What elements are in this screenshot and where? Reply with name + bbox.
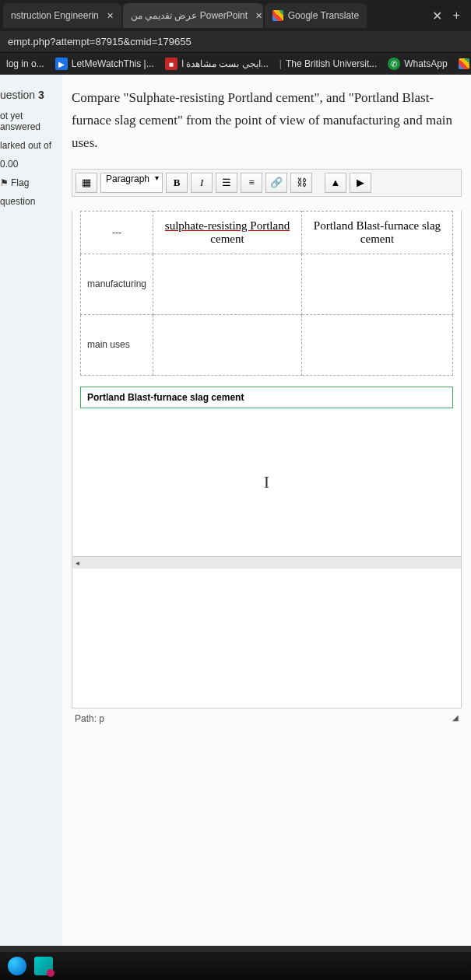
comparison-table[interactable]: --- sulphate-resisting Portlandcement Po… (80, 211, 453, 376)
taskbar (0, 952, 471, 980)
question-sidebar: uestion 3 ot yet answered larked out of … (0, 75, 62, 946)
site-icon: ■ (165, 58, 178, 70)
status-score: 0.00 (0, 159, 58, 170)
google-translate-icon (272, 10, 283, 21)
answer-cell-text[interactable]: Portland Blast-furnace slag cement (80, 387, 453, 408)
table-header-col2: Portland Blast-furnace slagcement (301, 211, 452, 254)
bookmarks-bar: log in o... ▶ LetMeWatchThis |... ■ ايجي… (0, 53, 471, 75)
editor-body[interactable]: --- sulphate-resisting Portlandcement Po… (72, 211, 462, 709)
bookmark-british[interactable]: | The British Universit... (279, 58, 378, 69)
resize-icon[interactable]: ◢ (452, 713, 459, 724)
bookmark-login[interactable]: log in o... (6, 58, 44, 69)
bookmark-label: log in o... (6, 58, 44, 69)
flag-label: Flag (11, 177, 29, 188)
status-not-answered: ot yet answered (0, 110, 58, 132)
horizontal-scrollbar[interactable]: ◂ (72, 556, 461, 569)
flag-question-link[interactable]: ⚑ Flag (0, 177, 58, 188)
tab-construction[interactable]: nstruction Engineerin ✕ (3, 3, 121, 28)
bold-button[interactable]: B (166, 173, 188, 193)
row-manufacturing: manufacturing (81, 254, 153, 314)
url-text: empt.php?attempt=87915&cmid=179655 (8, 36, 192, 47)
window-close-icon[interactable]: ✕ (432, 9, 442, 23)
address-bar[interactable]: empt.php?attempt=87915&cmid=179655 (0, 31, 471, 53)
table-header-col1: sulphate-resisting Portlandcement (153, 211, 302, 254)
whatsapp-icon: ✆ (388, 58, 400, 70)
table-corner: --- (81, 211, 153, 254)
tab-label: عرض تقديمي من PowerPoint (131, 10, 248, 21)
italic-button[interactable]: I (191, 173, 213, 193)
path-text: Path: p (75, 713, 104, 724)
table-row: manufacturing (81, 254, 453, 314)
google-translate-icon (459, 58, 469, 69)
flag-icon: ⚑ (0, 177, 9, 188)
bookmark-label: WhatsApp (404, 58, 447, 69)
status-marked: larked out of (0, 140, 58, 151)
pipe-icon: | (279, 58, 282, 69)
bookmark-google-translate[interactable]: Google Tr (459, 58, 471, 69)
browser-icon[interactable] (8, 957, 26, 975)
close-icon[interactable]: ✕ (255, 11, 262, 21)
paragraph-select[interactable]: Paragraph (100, 173, 163, 193)
bullet-list-button[interactable]: ☰ (216, 173, 237, 193)
text-cursor-icon: I (264, 472, 269, 492)
media-button[interactable]: ▶ (350, 173, 371, 193)
question-text: Compare "Sulphate-resisting Portland cem… (72, 87, 462, 155)
bookmark-label: LetMeWatchThis |... (72, 58, 154, 69)
toggle-toolbar-button[interactable]: ▦ (76, 173, 97, 193)
table-cell[interactable] (301, 254, 452, 314)
tab-label: nstruction Engineerin (11, 10, 99, 21)
table-cell[interactable] (153, 254, 302, 314)
question-content: Compare "Sulphate-resisting Portland cem… (62, 75, 471, 946)
editor-path: Path: p ◢ (72, 709, 462, 726)
number-list-button[interactable]: ≡ (241, 173, 262, 193)
bookmark-egybest[interactable]: ■ ايجي بست مشاهدة ا... (165, 58, 269, 70)
scroll-left-icon[interactable]: ◂ (76, 558, 79, 567)
tab-label: Google Translate (288, 10, 359, 21)
question-number: uestion 3 (0, 89, 58, 101)
tab-translate[interactable]: Google Translate (265, 3, 367, 28)
page-content: uestion 3 ot yet answered larked out of … (0, 75, 471, 946)
close-icon[interactable]: ✕ (107, 11, 114, 21)
play-icon: ▶ (55, 58, 68, 70)
row-main-uses: main uses (81, 314, 153, 375)
browser-chrome: nstruction Engineerin ✕ عرض تقديمي من Po… (0, 0, 471, 75)
table-cell[interactable] (153, 314, 302, 375)
bookmark-label: ايجي بست مشاهدة ا... (181, 58, 269, 69)
question-link[interactable]: question (0, 196, 58, 207)
bookmark-letmewatch[interactable]: ▶ LetMeWatchThis |... (55, 58, 154, 70)
table-cell[interactable] (301, 314, 452, 375)
table-row: main uses (81, 314, 453, 375)
tab-bar: nstruction Engineerin ✕ عرض تقديمي من Po… (0, 0, 471, 31)
bookmark-label: The British Universit... (286, 58, 377, 69)
editor-cursor-area[interactable]: I (72, 408, 461, 556)
image-button[interactable]: ▲ (325, 173, 346, 193)
link-button[interactable]: 🔗 (265, 173, 287, 193)
app-icon[interactable] (34, 957, 53, 975)
bookmark-whatsapp[interactable]: ✆ WhatsApp (388, 58, 447, 70)
new-tab-icon[interactable]: + (453, 9, 460, 23)
unlink-button[interactable]: ⛓ (290, 173, 312, 193)
tab-powerpoint[interactable]: عرض تقديمي من PowerPoint ✕ (123, 3, 263, 28)
editor-toolbar: ▦ Paragraph B I ☰ ≡ 🔗 ⛓ ▲ ▶ (72, 169, 462, 197)
